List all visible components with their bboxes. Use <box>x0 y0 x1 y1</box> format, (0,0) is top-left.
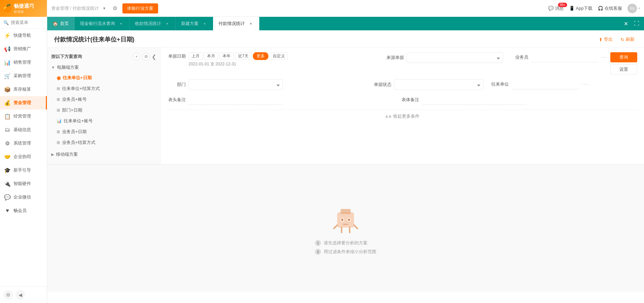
filter-item-label: 往来单位+结算方式 <box>62 86 100 92</box>
filter-item-dept-date[interactable]: ⊞ 部门+日期 <box>47 105 160 116</box>
collapse-bar: ∧∧ 收起更多条件 <box>167 110 637 123</box>
filter-settings-button[interactable]: ⚙ <box>142 53 150 60</box>
user-info[interactable]: Rit ▾ <box>627 4 640 13</box>
sidebar-collapse-button[interactable]: ◀ <box>16 290 25 300</box>
filter-item-label: 业务员+账号 <box>62 96 87 102</box>
tab-close-new-plan[interactable]: × <box>202 21 207 26</box>
sidebar-nav: ⚡ 快捷导航 📢 营销推广 📊 销售管理 🛒 采购管理 📦 库存核算 💰 资金管… <box>0 29 47 286</box>
svg-rect-6 <box>343 224 348 225</box>
dept-select[interactable] <box>188 79 283 90</box>
sidebar-item-hardware[interactable]: 🔌 智能硬件 <box>0 177 47 190</box>
filter-sidebar: 按以下方案查询 + ⚙ ❮ ▼ 电脑端方案 ◉ 往来单位+日期 <box>47 48 160 164</box>
filter-field-staff: 业务员 ··· <box>510 52 608 62</box>
empty-illustration <box>329 202 362 236</box>
filter-item-staff-account[interactable]: ⊞ 业务员+账号 <box>47 94 160 105</box>
filter-item-staff-date[interactable]: ⊞ 业务员+日期 <box>47 126 160 137</box>
tab-home[interactable]: 🏠 首页 <box>47 17 75 30</box>
staff-input[interactable] <box>531 52 598 62</box>
main-area: 资金管理 / 付款情况统计 ▾ ⚙ 体验行业方案 💬 消息 99+ 📱 App下… <box>47 0 644 303</box>
filter-field-voucher-status: 单据状态 <box>373 79 484 90</box>
date-range-display: 2022-01-01 至 2022-12-31 <box>188 62 236 66</box>
date-btn-this-year[interactable]: 本年 <box>219 52 234 60</box>
topbar-gear-icon[interactable]: ⚙ <box>110 4 120 13</box>
tab-close-receipt[interactable]: × <box>165 21 170 26</box>
sidebar-item-quick-nav[interactable]: ⚡ 快捷导航 <box>0 29 47 42</box>
sidebar-item-marketing[interactable]: 📢 营销推广 <box>0 42 47 56</box>
sidebar-item-label: 经营管理 <box>13 113 31 119</box>
source-chevron-icon <box>497 55 500 60</box>
tab-new-plan[interactable]: 新建方案 × <box>176 17 213 30</box>
table-body-input[interactable] <box>422 95 527 105</box>
filter-field-source: 来源单据 <box>385 52 503 63</box>
sidebar-item-enterprise[interactable]: 🤝 企业协同 <box>0 150 47 163</box>
refresh-label: 刷新 <box>626 36 635 42</box>
quick-nav-icon: ⚡ <box>4 32 11 39</box>
sidebar-item-system[interactable]: ⚙ 系统管理 <box>0 137 47 150</box>
app-download-button[interactable]: 📱 App下载 <box>569 5 592 11</box>
sidebar-item-basic-info[interactable]: 🗂 基础信息 <box>0 123 47 137</box>
filter-item-label: 业务员+结算方式 <box>62 140 95 146</box>
staff-label: 业务员 <box>510 54 528 60</box>
basic-info-icon: 🗂 <box>4 126 11 133</box>
tab-close-all-button[interactable]: ✕ <box>621 19 631 28</box>
sidebar-item-wechat[interactable]: 💬 企业微信 <box>0 190 47 204</box>
sidebar-item-inventory[interactable]: 📦 库存核算 <box>0 83 47 96</box>
trial-button[interactable]: 体验行业方案 <box>122 3 158 13</box>
sidebar-search[interactable]: 🔍 搜索菜单 <box>0 17 47 29</box>
filter-field-partner: 往来单位 ··· <box>490 79 601 89</box>
topbar-dropdown-icon[interactable]: ▾ <box>101 5 108 11</box>
sidebar-item-operation[interactable]: 📋 经营管理 <box>0 110 47 123</box>
date-btn-last-month[interactable]: 上月 <box>188 52 203 60</box>
filter-group-desktop-header[interactable]: ▼ 电脑端方案 <box>47 62 160 72</box>
date-btn-more[interactable]: 更多 <box>253 52 268 60</box>
search-icon: 🔍 <box>3 20 9 25</box>
query-button[interactable]: 查询 <box>610 52 637 62</box>
date-btn-custom[interactable]: 自定义 <box>270 52 288 60</box>
voucher-status-select[interactable] <box>394 79 484 90</box>
collapse-more-button[interactable]: ∧∧ 收起更多条件 <box>385 113 419 119</box>
app-download-icon: 📱 <box>569 6 575 11</box>
page-header: 付款情况统计(往来单位+日期) ⬆ 导出 ↻ 刷新 <box>47 30 644 48</box>
app-edition: 标准版 <box>14 9 34 14</box>
online-service-button[interactable]: 🎧 在线客服 <box>598 5 622 11</box>
message-button[interactable]: 💬 消息 99+ <box>548 5 564 11</box>
filter-form: 单据日期 上月 本月 本年 近7天 更多 自定义 2022-01-0 <box>160 48 644 164</box>
tab-label: 收款情况统计 <box>135 21 161 27</box>
sidebar-item-fund[interactable]: 💰 资金管理 <box>0 96 47 110</box>
tab-expand-button[interactable]: ⛶ <box>632 19 641 28</box>
filter-add-button[interactable]: + <box>133 53 140 60</box>
tab-close-payment-stat[interactable]: × <box>248 21 254 26</box>
export-button[interactable]: ⬆ 导出 <box>596 35 615 44</box>
svg-point-5 <box>348 219 350 221</box>
filter-item-unit-settle[interactable]: ⊞ 往来单位+结算方式 <box>47 83 160 94</box>
tab-payment-stat[interactable]: 付款情况统计 × <box>213 17 259 30</box>
tab-close-cash[interactable]: × <box>118 21 124 26</box>
staff-dots[interactable]: ··· <box>601 54 608 60</box>
filter-date-options: 上月 本月 本年 近7天 更多 自定义 <box>188 52 288 60</box>
empty-tips: 1 请先选择要分析的方案 2 用过滤条件来缩小分析范围 <box>315 240 376 255</box>
filter-group-mobile-header[interactable]: ▶ 移动端方案 <box>47 149 160 159</box>
svg-point-4 <box>341 219 343 221</box>
sidebar-item-member[interactable]: ♥ 畅会员 <box>0 204 47 217</box>
tab-label: 付款情况统计 <box>218 21 245 27</box>
table-icon: ⊞ <box>57 140 60 145</box>
refresh-button[interactable]: ↻ 刷新 <box>618 35 637 44</box>
sidebar-item-purchase[interactable]: 🛒 采购管理 <box>0 69 47 83</box>
table-head-input[interactable] <box>188 95 283 105</box>
settings-button[interactable]: 设置 <box>610 64 637 74</box>
tab-receipt[interactable]: 收款情况统计 × <box>129 17 176 30</box>
filter-field-table-body: 表体备注 <box>401 95 527 105</box>
source-select[interactable] <box>407 52 503 63</box>
tab-cash[interactable]: 现金银行流水查询 × <box>75 17 129 30</box>
filter-item-staff-settle[interactable]: ⊞ 业务员+结算方式 <box>47 137 160 148</box>
filter-item-unit-account[interactable]: 📊 往来单位+账号 <box>47 116 160 126</box>
partner-input[interactable] <box>511 79 579 89</box>
partner-dots[interactable]: ··· <box>582 81 588 87</box>
date-btn-last-7-days[interactable]: 近7天 <box>235 52 252 60</box>
sidebar-item-guide[interactable]: 🎓 新手引导 <box>0 163 47 177</box>
date-btn-this-month[interactable]: 本月 <box>204 52 218 60</box>
filter-sidebar-collapse-button[interactable]: ❮ <box>152 54 156 60</box>
filter-item-unit-date[interactable]: ◉ 往来单位+日期 <box>47 72 160 83</box>
sidebar-settings-button[interactable]: ⚙ <box>3 290 13 300</box>
sidebar-item-sales[interactable]: 📊 销售管理 <box>0 56 47 69</box>
